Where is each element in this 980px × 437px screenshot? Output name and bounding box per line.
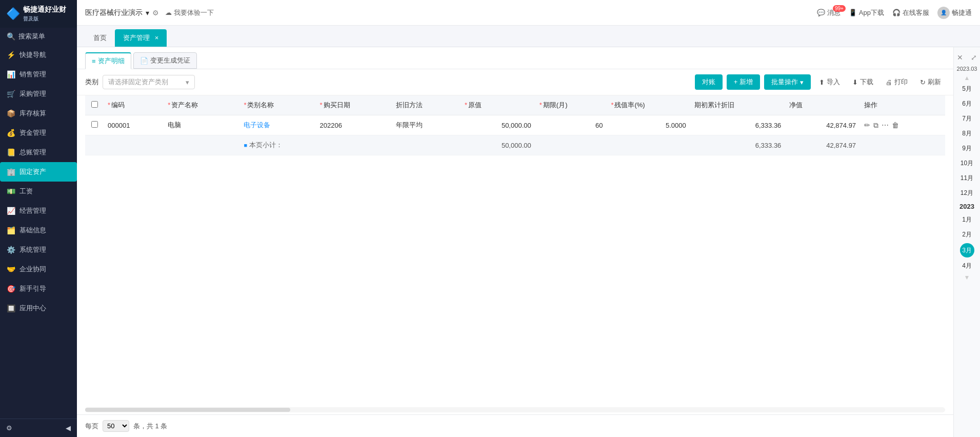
message-icon: 💬 (817, 9, 825, 16)
sidebar-item-采购管理[interactable]: 🛒采购管理 (0, 84, 77, 104)
sidebar-item-经营管理[interactable]: 📈经营管理 (0, 201, 77, 221)
try-feature[interactable]: ☁ 我要体验一下 (165, 8, 214, 17)
panel-month-item[interactable]: 7月 (961, 111, 973, 126)
nav-icon: 🏢 (6, 167, 15, 176)
delete-icon[interactable]: 🗑 (892, 121, 899, 129)
nav-label: 总账管理 (19, 148, 46, 157)
new-button[interactable]: + 新增 (727, 74, 760, 90)
sidebar-item-新手引导[interactable]: 🎯新手引导 (0, 279, 77, 299)
subtotal-empty1 (164, 135, 239, 155)
panel-nav-down[interactable]: ▼ (954, 273, 980, 281)
copy-icon[interactable]: ⧉ (873, 121, 878, 130)
app-download-action[interactable]: 📱 App下载 (849, 8, 884, 17)
panel-month-current-item[interactable]: 4月 (960, 259, 974, 273)
row-checkbox[interactable] (91, 121, 98, 128)
page-size-label: 每页 (85, 422, 98, 431)
sidebar-item-应用中心[interactable]: 🔲应用中心 (0, 299, 77, 318)
sidebar-nav: ⚡快捷导航📊销售管理🛒采购管理📦库存核算💰资金管理📒总账管理🏢固定资产💵工资📈经… (0, 45, 77, 318)
page-size-select[interactable]: 50 10 20 100 (103, 420, 129, 432)
panel-month-current-item[interactable]: 2月 (960, 227, 974, 242)
sidebar-item-销售管理[interactable]: 📊销售管理 (0, 65, 77, 84)
message-action[interactable]: 💬 消息 99+ (817, 8, 841, 17)
nav-icon: 🛒 (6, 89, 15, 98)
collapse-icon[interactable]: ◀ (66, 424, 71, 432)
logo-icon: 🔷 (6, 7, 20, 21)
search-icon: 🔍 (6, 32, 15, 41)
panel-month-item[interactable]: 8月 (961, 126, 973, 141)
cell-code: 000001 (104, 115, 164, 135)
close-panel-icon[interactable]: ✕ (957, 53, 963, 62)
cell-depreciation-method: 年限平均 (392, 115, 461, 135)
panel-month-current-item[interactable]: 3月 (960, 243, 974, 257)
col-accumulated-dep: 期初累计折旧 (690, 95, 786, 115)
col-category: *类别名称 (239, 95, 315, 115)
sidebar-item-固定资产[interactable]: 🏢固定资产 (0, 162, 77, 182)
username: 畅捷通 (952, 8, 972, 17)
panel-month-item[interactable]: 10月 (961, 156, 973, 171)
subtotal-net-value: 42,874.97 (785, 135, 860, 155)
nav-icon: 💵 (6, 187, 15, 196)
cell-name: 电脑 (164, 115, 239, 135)
online-service-action[interactable]: 🎧 在线客服 (892, 8, 929, 17)
expand-panel-icon[interactable]: ⤢ (971, 53, 977, 62)
sidebar-item-总账管理[interactable]: 📒总账管理 (0, 143, 77, 162)
panel-month-item[interactable]: 6月 (961, 96, 973, 111)
subtab-asset-detail[interactable]: ≡ 资产明细 (85, 52, 131, 69)
select-all-checkbox[interactable] (91, 101, 98, 108)
settings-gear-icon[interactable]: ⚙ (152, 9, 159, 17)
more-icon[interactable]: ⋯ (882, 121, 889, 129)
nav-icon: 🔲 (6, 304, 15, 313)
panel-month-item[interactable]: 9月 (961, 141, 973, 156)
download-button[interactable]: ⬇ 下载 (848, 75, 877, 89)
sidebar-item-企业协同[interactable]: 🤝企业协同 (0, 260, 77, 279)
horizontal-scrollbar[interactable] (85, 407, 945, 412)
nav-icon: 📒 (6, 148, 15, 157)
panel-nav-up[interactable]: ▲ (954, 74, 980, 82)
refresh-button[interactable]: ↻ 刷新 (916, 75, 945, 89)
try-label: 我要体验一下 (174, 8, 214, 17)
company-name: 医疗器械行业演示 (85, 8, 143, 17)
settings-icon[interactable]: ⚙ (6, 424, 12, 432)
subtotal-original-value: 50,000.00 (461, 135, 535, 155)
filter-dropdown-icon: ▾ (186, 78, 189, 86)
tab-asset-management[interactable]: 资产管理 × (115, 29, 167, 47)
panel-month-item[interactable]: 11月 (961, 171, 973, 186)
subtotal-actions (860, 135, 945, 155)
reconcile-button[interactable]: 对账 (695, 74, 723, 90)
main-area: 医疗器械行业演示 ▾ ⚙ ☁ 我要体验一下 💬 消息 99+ 📱 App下载 🎧… (77, 0, 980, 437)
sidebar-item-库存核算[interactable]: 📦库存核算 (0, 104, 77, 123)
print-button[interactable]: 🖨 打印 (882, 75, 912, 89)
scrollbar-thumb (85, 408, 290, 412)
subtab-voucher[interactable]: 📄 变更生成凭证 (133, 52, 197, 69)
category-filter[interactable]: 请选择固定资产类别 ▾ (103, 75, 195, 89)
search-menu-label: 搜索菜单 (18, 32, 45, 41)
cell-actions: ✏ ⧉ ⋯ 🗑 (860, 115, 945, 135)
col-original-value: *原值 (461, 95, 535, 115)
sidebar-item-工资[interactable]: 💵工资 (0, 182, 77, 201)
sidebar-item-资金管理[interactable]: 💰资金管理 (0, 123, 77, 143)
user-menu[interactable]: 👤 畅捷通 (937, 7, 972, 19)
table-row: 000001 电脑 电子设备 202206 年限平均 50,000.00 60 … (85, 115, 945, 135)
panel-month-current-item[interactable]: 1月 (960, 212, 974, 227)
panel-month-item[interactable]: 5月 (961, 82, 973, 96)
nav-icon: 💰 (6, 128, 15, 137)
sidebar-item-快捷导航[interactable]: ⚡快捷导航 (0, 45, 77, 65)
refresh-icon: ↻ (920, 78, 926, 86)
batch-button[interactable]: 批量操作 ▾ (764, 74, 811, 90)
company-selector[interactable]: 医疗器械行业演示 ▾ ⚙ (85, 8, 159, 17)
subtab-voucher-label: 变更生成凭证 (150, 56, 190, 65)
tab-home[interactable]: 首页 (85, 29, 115, 47)
col-period: *期限(月) (535, 95, 607, 115)
nav-label: 工资 (19, 187, 33, 196)
panel-month-item[interactable]: 12月 (961, 186, 973, 201)
table-body: 000001 电脑 电子设备 202206 年限平均 50,000.00 60 … (85, 115, 945, 155)
nav-icon: ⚙️ (6, 245, 15, 254)
edit-icon[interactable]: ✏ (864, 121, 870, 129)
nav-icon: 📊 (6, 70, 15, 79)
import-button[interactable]: ⬆ 导入 (815, 75, 844, 89)
sidebar-item-系统管理[interactable]: ⚙️系统管理 (0, 240, 77, 260)
subtotal-residual (607, 135, 690, 155)
sidebar-item-基础信息[interactable]: 🗂️基础信息 (0, 221, 77, 240)
tab-close-icon[interactable]: × (155, 34, 159, 42)
search-menu-item[interactable]: 🔍 搜索菜单 (0, 28, 77, 45)
